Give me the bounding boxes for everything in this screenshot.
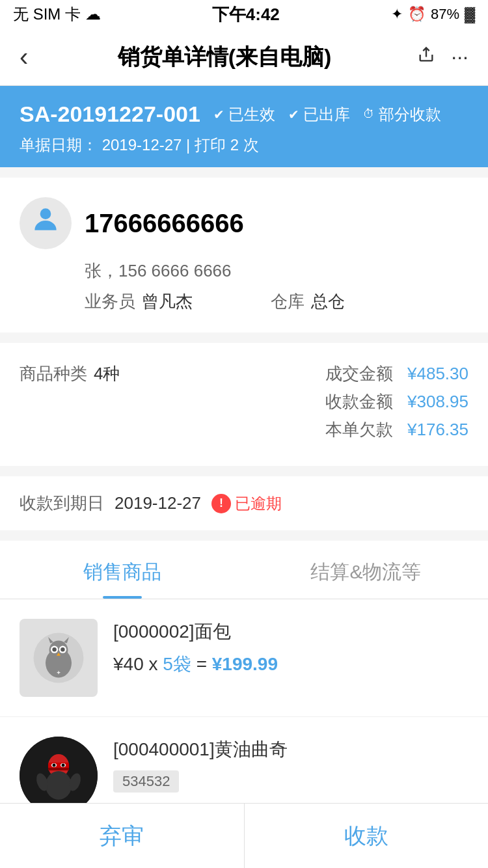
due-date: 2019-12-27 <box>115 493 201 513</box>
received-amount: ¥308.95 <box>403 392 468 412</box>
time-display: 下午4:42 <box>212 3 280 26</box>
sim-status: 无 SIM 卡 ☁ <box>13 4 101 25</box>
tabs-section: 销售商品 结算&物流等 <box>0 541 488 845</box>
svg-point-19 <box>62 764 65 767</box>
tabs-header: 销售商品 结算&物流等 <box>0 541 488 599</box>
product-item: + [0000002]面包 ¥40 x 5袋 = ¥199.99 <box>0 599 488 717</box>
received-label: 收款金额 <box>325 390 393 413</box>
overdue-icon: ! <box>211 494 231 513</box>
product-info-1: [0000002]面包 ¥40 x 5袋 = ¥199.99 <box>113 619 468 677</box>
location-icon: ✦ <box>391 6 403 23</box>
customer-name: 张，156 6666 6666 <box>20 260 468 282</box>
bottom-bar: 弃审 收款 <box>0 803 488 868</box>
debt-label: 本单欠款 <box>325 418 393 441</box>
overdue-badge: ! 已逾期 <box>211 493 282 514</box>
deal-amount-label: 成交金额 <box>325 362 393 385</box>
share-button[interactable] <box>417 46 435 68</box>
status-badge-effective: ✔ 已生效 <box>213 104 275 125</box>
svg-point-18 <box>53 764 56 767</box>
status-left: 无 SIM 卡 ☁ <box>13 4 101 25</box>
status-right: ✦ ⏰ 87% ▓ <box>391 6 475 23</box>
more-button[interactable]: ··· <box>451 45 468 69</box>
tab-settlement[interactable]: 结算&物流等 <box>244 541 488 599</box>
product-name-2: [000400001]黄油曲奇 <box>113 737 468 762</box>
summary-right: 成交金额 ¥485.30 收款金额 ¥308.95 本单欠款 ¥176.35 <box>325 362 468 446</box>
nav-actions: ··· <box>390 45 468 69</box>
product-tag-2: 534532 <box>113 770 179 793</box>
product-thumbnail-1: + <box>20 619 98 697</box>
warehouse-name: 总仓 <box>311 290 345 313</box>
page-title: 销货单详情(来自电脑) <box>59 42 390 72</box>
back-button[interactable]: ‹ <box>20 42 59 72</box>
order-date: 2019-12-27 <box>102 136 182 154</box>
overdue-text: 已逾期 <box>235 493 282 514</box>
deal-amount: ¥485.30 <box>403 364 468 384</box>
avatar-icon <box>29 203 62 243</box>
status-bar: 无 SIM 卡 ☁ 下午4:42 ✦ ⏰ 87% ▓ <box>0 0 488 29</box>
nav-bar: ‹ 销货单详情(来自电脑) ··· <box>0 29 488 86</box>
product-type-label: 商品种类 <box>20 362 87 385</box>
due-section: 收款到期日 2019-12-27 ! 已逾期 <box>0 476 488 530</box>
product-name-1: [0000002]面包 <box>113 619 468 644</box>
date-label: 单据日期： <box>20 136 98 154</box>
battery-icon: ▓ <box>465 6 475 23</box>
warehouse-label: 仓库 <box>271 290 305 313</box>
order-id: SA-20191227-001 <box>20 102 200 127</box>
customer-meta: 业务员 曾凡杰 仓库 总仓 <box>20 290 468 313</box>
product-price-1: ¥40 x 5袋 = ¥199.99 <box>113 652 468 677</box>
summary-section: 商品种类 4种 成交金额 ¥485.30 收款金额 ¥308.95 本单欠款 ¥… <box>0 343 488 466</box>
price-base-1: ¥40 <box>113 654 144 674</box>
total-1: ¥199.99 <box>212 654 278 674</box>
collect-payment-button[interactable]: 收款 <box>245 804 489 868</box>
product-count: 4种 <box>94 362 120 385</box>
svg-rect-15 <box>48 768 69 770</box>
customer-section: 17666666666 张，156 6666 6666 业务员 曾凡杰 仓库 总… <box>0 178 488 332</box>
battery-display: 87% <box>431 6 459 23</box>
due-label: 收款到期日 <box>20 492 104 515</box>
customer-phone: 17666666666 <box>85 209 244 238</box>
debt-amount: ¥176.35 <box>403 420 468 440</box>
print-info: | 打印 2 次 <box>186 136 259 154</box>
svg-point-20 <box>46 771 72 800</box>
agent-name: 曾凡杰 <box>142 290 193 313</box>
order-banner: SA-20191227-001 ✔ 已生效 ✔ 已出库 ⏱ 部分收款 单据日期：… <box>0 86 488 167</box>
agent-label: 业务员 <box>85 290 135 313</box>
svg-point-9 <box>61 647 64 651</box>
tab-products[interactable]: 销售商品 <box>0 541 244 599</box>
svg-text:+: + <box>57 669 61 676</box>
order-date-row: 单据日期： 2019-12-27 | 打印 2 次 <box>20 135 468 156</box>
cancel-review-button[interactable]: 弃审 <box>0 804 245 868</box>
status-badge-shipped: ✔ 已出库 <box>288 104 350 125</box>
alarm-icon: ⏰ <box>408 6 426 23</box>
svg-point-8 <box>52 647 56 651</box>
status-badge-partial: ⏱ 部分收款 <box>363 104 441 125</box>
svg-point-0 <box>40 208 51 219</box>
quantity-1: 5袋 <box>163 654 191 674</box>
avatar <box>20 197 72 249</box>
